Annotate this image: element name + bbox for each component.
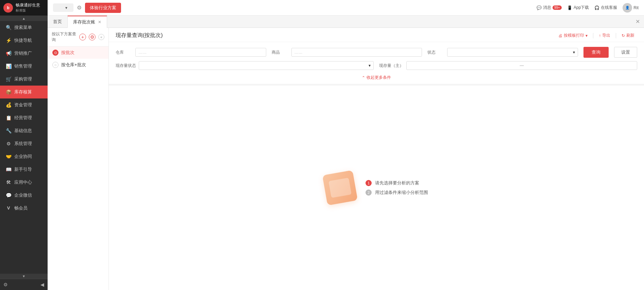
print-label: 按模板打印 (564, 33, 584, 38)
sidebar-item-finance[interactable]: 💰 资金管理 (0, 98, 48, 111)
avatar: 👤 (623, 3, 632, 13)
tab-panel-close[interactable]: ✕ (631, 18, 644, 25)
sidebar-item-sales[interactable]: 📊 销售管理 (0, 60, 48, 73)
app-logo: b (3, 3, 13, 13)
inventory-status-select[interactable]: ▾ (139, 61, 374, 70)
refresh-btn[interactable]: ↻ 刷新 (619, 31, 637, 40)
range-dash: — (520, 63, 524, 68)
scheme-label: 按仓库+批次 (61, 62, 86, 68)
status-select[interactable]: ▾ (447, 48, 578, 57)
dropdown-arrow-icon: ▾ (573, 50, 575, 55)
message-action[interactable]: 💬 消息 99+ (537, 5, 562, 11)
inventory-status-filter-group: 现存量状态 ▾ (116, 61, 374, 70)
enterprise-icon: 🤝 (5, 154, 12, 159)
online-service-action[interactable]: 🎧 在线客服 (594, 5, 617, 11)
finance-icon: 💰 (5, 102, 12, 108)
collapse-sidebar-icon[interactable]: ◀ (40, 282, 44, 287)
sidebar-item-label: 企业协同 (14, 153, 32, 160)
app-download-label: App下载 (574, 5, 589, 11)
sidebar-item-member[interactable]: V 畅会员 (0, 202, 48, 215)
sidebar-item-marketing[interactable]: 📢 营销推广 (0, 47, 48, 60)
app-download-action[interactable]: 📱 App下载 (567, 5, 589, 11)
sidebar-item-label: 营销推广 (14, 50, 32, 56)
sidebar-item-label: 应用中心 (14, 179, 32, 185)
sidebar-item-newbie[interactable]: 📖 新手引导 (0, 163, 48, 176)
print-icon: 🖨 (558, 33, 562, 38)
topbar-left: ▾ ⚙ 体验行业方案 (53, 3, 121, 13)
tab-close-icon[interactable]: ✕ (98, 20, 101, 24)
scheme-inactive-icon: ○ (52, 62, 58, 68)
filter-row-2: 现存量状态 ▾ 现存量（主） — (116, 61, 637, 70)
divider (593, 33, 593, 38)
dropdown-arrow-icon: ▾ (369, 63, 371, 68)
sidebar-item-label: 搜索菜单 (14, 24, 32, 31)
user-name: Rit (633, 5, 639, 10)
filter-row-1: 仓库 …… 商品 …… 状态 (116, 47, 637, 58)
online-service-label: 在线客服 (601, 5, 617, 11)
warehouse-label: 仓库 (116, 50, 133, 55)
collapse-scheme-btn[interactable]: « (98, 34, 104, 40)
sidebar-item-search[interactable]: 🔍 搜索菜单 (0, 21, 48, 34)
basics-icon: 🔧 (5, 128, 12, 133)
experience-btn[interactable]: 体验行业方案 (85, 3, 121, 13)
export-icon: ↑ (599, 33, 601, 38)
inventory-amount-range[interactable]: — (406, 61, 637, 70)
sidebar-scroll-up[interactable]: ▲ (0, 16, 48, 21)
sidebar-scroll-down[interactable]: ▼ (0, 274, 48, 279)
empty-state: 1 请先选择要分析的方案 2 用过滤条件来缩小分析范围 (109, 86, 644, 290)
gear-icon: ⚙ (90, 35, 95, 39)
step-1-label: 请先选择要分析的方案 (375, 180, 419, 186)
breadcrumb-dropdown[interactable]: ▾ (53, 3, 73, 12)
refresh-icon: ↻ (622, 33, 625, 38)
empty-step-1: 1 请先选择要分析的方案 (366, 180, 428, 186)
add-icon: + (81, 35, 84, 39)
user-action[interactable]: 👤 Rit (623, 3, 639, 13)
step-num-1: 1 (366, 180, 372, 186)
topbar-gear-icon[interactable]: ⚙ (77, 4, 82, 11)
inventory-amount-label: 现存量（主） (379, 63, 404, 69)
app-edition: 标准版 (16, 8, 40, 13)
collapse-filter-label: 收起更多条件 (367, 75, 391, 80)
scheme-settings-btn[interactable]: ⚙ (89, 34, 96, 40)
tab-home[interactable]: 首页 (48, 16, 68, 28)
sidebar-item-label: 畅会员 (14, 205, 28, 211)
scheme-item-warehouse-batch[interactable]: ○ 按仓库+批次 (48, 59, 108, 71)
app-name: 畅康通好生意 (16, 3, 40, 8)
set-btn[interactable]: 设置 (614, 47, 637, 58)
scheme-item-batch[interactable]: ⊙ 按批次 (48, 47, 108, 59)
dropdown-arrow-icon: ▾ (65, 5, 67, 10)
chevron-left-icon: « (100, 35, 102, 39)
sidebar-item-weixin[interactable]: 💬 企业微信 (0, 189, 48, 202)
sidebar-item-label: 快捷导航 (14, 37, 32, 43)
marketing-icon: 📢 (5, 51, 12, 56)
query-btn[interactable]: 查询 (583, 47, 609, 58)
scheme-header-actions: + ⚙ « (79, 34, 104, 40)
user-initial: 👤 (625, 6, 629, 10)
sidebar-item-inventory[interactable]: 📦 库存核算 (0, 86, 48, 98)
status-filter-group: 状态 ▾ (427, 48, 578, 57)
product-input[interactable]: …… (291, 48, 422, 57)
add-scheme-btn[interactable]: + (79, 34, 86, 40)
status-label: 状态 (427, 50, 444, 55)
print-btn[interactable]: 🖨 按模板打印 ▾ (556, 31, 590, 40)
tab-home-label: 首页 (53, 19, 62, 25)
newbie-icon: 📖 (5, 167, 12, 172)
message-label: 消息 (543, 5, 551, 11)
sidebar-item-enterprise[interactable]: 🤝 企业协同 (0, 150, 48, 163)
export-btn[interactable]: ↑ 导出 (596, 31, 613, 40)
tab-inventory-batch[interactable]: 库存批次账 ✕ (68, 16, 107, 28)
message-badge: 99+ (553, 5, 562, 10)
sidebar-item-system[interactable]: ⚙ 系统管理 (0, 137, 48, 150)
inventory-icon: 📦 (5, 89, 12, 95)
sidebar-item-operations[interactable]: 📋 经营管理 (0, 111, 48, 124)
settings-icon[interactable]: ⚙ (3, 282, 8, 287)
sidebar-item-purchase[interactable]: 🛒 采购管理 (0, 73, 48, 86)
sidebar-item-quicknav[interactable]: ⚡ 快捷导航 (0, 34, 48, 47)
operations-icon: 📋 (5, 115, 12, 121)
sidebar-item-basics[interactable]: 🔧 基础信息 (0, 124, 48, 137)
warehouse-input[interactable]: …… (135, 48, 266, 57)
step-num-2: 2 (366, 189, 372, 196)
collapse-filter-btn[interactable]: ⌃ 收起更多条件 (116, 73, 637, 80)
tab-bar: 首页 库存批次账 ✕ ✕ (48, 16, 644, 28)
sidebar-item-appcenter[interactable]: 🛠 应用中心 (0, 176, 48, 189)
